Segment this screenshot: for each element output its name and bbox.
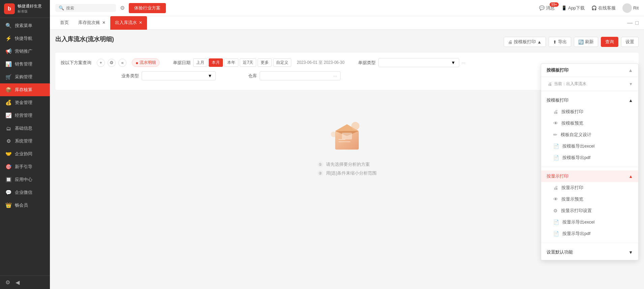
tab-expand-button[interactable]: □ — [635, 20, 639, 26]
filter-actions: + ⚙ « — [97, 59, 126, 67]
empty-tips: ① 请先选择要分析的方案 ② 用[选]条件来缩小分析范围 — [317, 161, 377, 176]
dropdown-header: 按模板打印 ▲ — [541, 64, 638, 77]
user-profile[interactable]: Rit — [622, 3, 639, 13]
dropdown-up-icon[interactable]: ▲ — [628, 68, 633, 73]
warehouse-select[interactable]: ··· — [260, 71, 341, 80]
dropdown-item-display-print[interactable]: 🖨 按显示打印 — [541, 182, 638, 193]
tabs-right-actions: — □ — [627, 20, 639, 26]
app-download-button[interactable]: 📱 App下载 — [561, 5, 585, 11]
sidebar-item-quick-nav[interactable]: ⚡ 快捷导航 — [0, 32, 50, 45]
display-excel-icon: 📄 — [553, 219, 559, 225]
dropdown-item-display-excel[interactable]: 📄 按显示导出excel — [541, 216, 638, 228]
message-button[interactable]: 💬 消息 99+ — [539, 5, 555, 11]
tab-home-label: 首页 — [60, 20, 69, 26]
tab-flow[interactable]: 出入库流水 ✕ — [110, 16, 147, 30]
dropdown-item-template-pdf[interactable]: 📄 按模板导出pdf — [541, 152, 638, 163]
sidebar-logo: b 畅捷通好生意 标准版 — [0, 0, 50, 18]
filter-add-button[interactable]: + — [97, 59, 105, 67]
tab-batch-account-close[interactable]: ✕ — [102, 20, 106, 25]
tab-batch-account[interactable]: 库存批次账 ✕ — [74, 16, 110, 30]
divider-1 — [541, 91, 638, 91]
print-chevron-icon: ▲ — [537, 40, 541, 45]
sidebar-item-collab[interactable]: 🤝 企业协同 — [0, 148, 50, 160]
dropdown-item-template-print[interactable]: 🖨 按模板打印 — [541, 106, 638, 117]
dropdown-item-template-design[interactable]: ✏ 模板自定义设计 — [541, 129, 638, 140]
online-service-button[interactable]: 🎧 在线客服 — [591, 5, 616, 11]
empty-tip-1: ① 请先选择要分析的方案 — [317, 161, 377, 167]
sidebar-item-label: 营销推广 — [15, 48, 32, 54]
date-btn-7days[interactable]: 近7天 — [240, 58, 256, 67]
sidebar: b 畅捷通好生意 标准版 🔍 搜索菜单 ⚡ 快捷导航 📢 营销推广 📊 销售管理… — [0, 0, 50, 289]
message-icon: 💬 — [539, 5, 545, 10]
refresh-button[interactable]: 🔄 刷新 — [574, 37, 598, 47]
topbar-search-icon: 🔍 — [59, 5, 64, 10]
settings-bottom-icon[interactable]: ⚙ — [5, 279, 10, 286]
topbar-gear-icon[interactable]: ⚙ — [120, 5, 125, 11]
business-type-group: 业务类型 ▼ — [121, 71, 216, 80]
filter-tag[interactable]: ● 流水明细 — [132, 58, 159, 67]
default-section-header[interactable]: 设置默认功能 ▼ — [541, 246, 638, 258]
query-button[interactable]: 查询 — [601, 37, 618, 47]
date-btn-this-month[interactable]: 本月 — [209, 58, 223, 67]
username: Rit — [633, 5, 639, 10]
sidebar-item-search[interactable]: 🔍 搜索菜单 — [0, 19, 50, 32]
industry-solution-button[interactable]: 体验行业方案 — [129, 3, 166, 13]
date-btn-this-year[interactable]: 本年 — [224, 58, 238, 67]
sidebar-item-label: 应用中心 — [15, 177, 32, 183]
display-preview-label: 按显示预览 — [561, 196, 583, 202]
template-section-chevron: ▲ — [628, 98, 633, 103]
sidebar-item-marketing[interactable]: 📢 营销推广 — [0, 45, 50, 58]
sidebar-item-guide[interactable]: 🎯 新手引导 — [0, 160, 50, 173]
tab-flow-close[interactable]: ✕ — [139, 20, 142, 25]
filter-collapse-button[interactable]: « — [118, 59, 126, 67]
dropdown-item-display-settings[interactable]: ⚙ 按显示打印设置 — [541, 205, 638, 216]
tab-minimize-button[interactable]: — — [627, 20, 633, 26]
sidebar-item-app-center[interactable]: 🔲 应用中心 — [0, 173, 50, 186]
sidebar-item-wechat[interactable]: 💬 企业微信 — [0, 186, 50, 199]
business-type-select[interactable]: ▼ — [142, 71, 216, 80]
collapse-sidebar-icon[interactable]: ◀ — [16, 279, 20, 286]
sidebar-item-finance[interactable]: 💰 资金管理 — [0, 96, 50, 109]
sidebar-item-sales[interactable]: 📊 销售管理 — [0, 58, 50, 71]
sidebar-item-inventory[interactable]: 📦 库存核算 — [0, 83, 50, 96]
dropdown-item-template-preview[interactable]: 👁 按模板预览 — [541, 117, 638, 129]
warehouse-more-icon[interactable]: ··· — [333, 73, 337, 78]
finance-icon: 💰 — [5, 100, 11, 106]
search-input[interactable] — [66, 6, 107, 10]
sidebar-item-vip[interactable]: 👑 畅会员 — [0, 199, 50, 212]
divider-2 — [541, 167, 638, 167]
tab-home[interactable]: 首页 — [55, 16, 74, 30]
date-btn-last-month[interactable]: 上月 — [193, 58, 207, 67]
template-print-label: 按模板打印 — [561, 109, 583, 115]
doc-type-select[interactable]: ▼ — [378, 58, 459, 67]
date-btn-custom[interactable]: 自定义 — [273, 58, 291, 67]
settings-button[interactable]: 设置 — [621, 37, 639, 47]
main-content: 🔍 ⚙ 体验行业方案 💬 消息 99+ 📱 App下载 🎧 在线客服 Rit — [50, 0, 644, 289]
export-button[interactable]: ⬆ 导出 — [549, 37, 571, 47]
app-edition: 标准版 — [18, 9, 42, 14]
dropdown-item-template-excel[interactable]: 📄 按模板导出excel — [541, 140, 638, 152]
logo-char: b — [8, 6, 11, 12]
sidebar-item-purchase[interactable]: 🛒 采购管理 — [0, 71, 50, 83]
filter-settings-button[interactable]: ⚙ — [108, 59, 116, 67]
display-section-header[interactable]: 按显示打印 ▲ — [541, 170, 638, 182]
print-template-button[interactable]: 🖨 按模板打印 ▲ — [504, 37, 546, 47]
display-settings-label: 按显示打印设置 — [561, 208, 592, 214]
business-type-label: 业务类型 — [121, 73, 139, 79]
print-icon: 🖨 — [508, 40, 513, 45]
sidebar-item-operations[interactable]: 📈 经营管理 — [0, 109, 50, 122]
topbar: 🔍 ⚙ 体验行业方案 💬 消息 99+ 📱 App下载 🎧 在线客服 Rit — [50, 0, 644, 16]
current-template-icon: 🖨 — [548, 82, 552, 86]
dropdown-item-display-pdf[interactable]: 📄 按显示导出pdf — [541, 228, 638, 239]
dropdown-item-display-preview[interactable]: 👁 按显示预览 — [541, 193, 638, 205]
topbar-search-box[interactable]: 🔍 — [55, 4, 116, 12]
sidebar-item-label: 畅会员 — [15, 202, 28, 208]
sidebar-item-basic[interactable]: 🗂 基础信息 — [0, 122, 50, 135]
date-btn-more[interactable]: 更多 — [258, 58, 272, 67]
sidebar-item-label: 库存核算 — [15, 87, 32, 93]
doc-type-more-icon[interactable]: ··· — [462, 60, 466, 65]
current-template-text: 当前：出入库流水 — [554, 81, 586, 87]
template-section-header[interactable]: 按模板打印 ▲ — [541, 95, 638, 106]
sidebar-item-system[interactable]: ⚙ 系统管理 — [0, 135, 50, 148]
export-icon: ⬆ — [553, 40, 557, 45]
